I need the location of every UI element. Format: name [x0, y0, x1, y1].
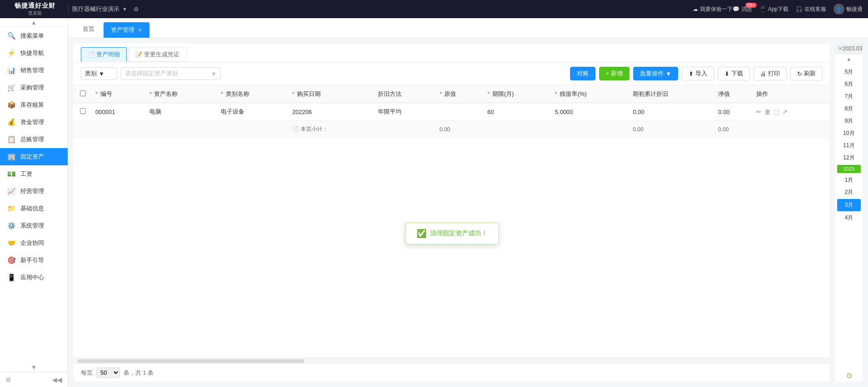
page-size-select[interactable]: 50 100 200 [96, 367, 120, 378]
subtotal-text: 本页小计： [301, 126, 328, 132]
calendar-month-5[interactable]: 5月 [835, 66, 863, 78]
sidebar-item-enterprise[interactable]: 🤝 企业协同 [0, 234, 68, 252]
th-initial-depreciation-label: 期初累计折旧 [633, 90, 668, 97]
user-profile[interactable]: 👤 畅捷通 [833, 4, 863, 15]
calendar-month-7[interactable]: 7月 [835, 90, 863, 103]
success-toast: ✅ 清理固定资产成功！ [405, 223, 499, 244]
calendar-month-4[interactable]: 4月 [835, 212, 863, 224]
td-subtotal-empty7 [551, 121, 630, 138]
td-subtotal-net-value: 0.00 [714, 121, 753, 138]
th-code-label: 编号 [100, 90, 112, 97]
tab-home[interactable]: 首页 [75, 21, 102, 38]
system-icon: ⚙️ [7, 222, 16, 230]
asset-detail-icon: 📄 [88, 51, 94, 58]
panel-scroll-top[interactable]: ▲ [835, 54, 863, 64]
tab-asset-mgmt[interactable]: 资产管理 ✕ [104, 22, 149, 38]
sidebar-scroll-up[interactable]: ▲ [0, 18, 68, 27]
sidebar-item-sales[interactable]: 📊 销售管理 [0, 62, 68, 79]
sidebar-item-quick-nav[interactable]: ⚡ 快捷导航 [0, 45, 68, 62]
calendar-month-3-current[interactable]: 3月 [837, 199, 861, 211]
sidebar-item-label: 快捷导航 [20, 49, 44, 57]
scrollbar-thumb[interactable] [77, 359, 304, 363]
th-residual-rate: * 残值率(%) [551, 85, 630, 103]
sidebar-item-salary[interactable]: 💵 工资 [0, 165, 68, 183]
td-initial-depreciation: 0.00 [629, 103, 714, 121]
sidebar-settings-icon[interactable]: ⚙ [5, 376, 11, 383]
refresh-button[interactable]: ↻ 刷新 [790, 67, 823, 80]
delete-icon[interactable]: 🗑 [764, 108, 771, 115]
edit-icon[interactable]: ✏ [756, 108, 762, 115]
calendar-month-12[interactable]: 12月 [835, 152, 863, 164]
sidebar-item-system[interactable]: ⚙️ 系统管理 [0, 217, 68, 234]
right-panel-close-icon[interactable]: ✕ [838, 45, 843, 52]
th-category: * 类别名称 [217, 85, 288, 103]
sidebar-item-finance[interactable]: 💰 资金管理 [0, 114, 68, 131]
company-settings-icon[interactable]: ⚙ [134, 6, 139, 13]
total-text: 条，共 1 条 [124, 369, 154, 377]
th-purchase-date: * 购买日期 [288, 85, 374, 103]
sidebar-collapse-icon[interactable]: ◀◀ [52, 376, 62, 383]
filter-category[interactable]: 类别 ▼ [81, 67, 117, 80]
sidebar-item-purchase[interactable]: 🛒 采购管理 [0, 79, 68, 96]
toolbar: 类别 ▼ 请选择固定资产类别 ▼ 对账 + 新增 [74, 62, 830, 85]
logo-sub-text: 普及版 [28, 10, 42, 16]
sidebar-item-label: 采购管理 [20, 84, 44, 92]
experience-button[interactable]: ☁ 我要体验一下 [693, 5, 733, 13]
download-button[interactable]: ⬇ 下载 [718, 67, 750, 80]
td-net-value: 0.00 [714, 103, 753, 121]
filter-category-label: 类别 [85, 69, 97, 78]
sidebar-item-ledger[interactable]: 📋 总账管理 [0, 131, 68, 148]
sidebar-item-operations[interactable]: 📈 经营管理 [0, 183, 68, 200]
sub-tab-change-voucher[interactable]: 📝 变更生成凭证 [129, 47, 186, 62]
filter-category-value[interactable]: 请选择固定资产类别 ▼ [121, 67, 221, 80]
app-download-button[interactable]: 📱 App下载 [759, 5, 789, 13]
calendar-month-11[interactable]: 11月 [835, 139, 863, 152]
right-panel: ✕ 2023.03 ⤢ ▲ 5月 6月 7月 8月 9月 10月 11月 12月… [835, 44, 863, 382]
download-label: 下载 [731, 69, 743, 78]
sidebar-item-newbie[interactable]: 🎯 新手引导 [0, 252, 68, 269]
sub-tab-asset-detail[interactable]: 📄 资产明细 [81, 47, 127, 62]
th-residual-rate-label: 残值率(%) [560, 90, 586, 97]
refresh-icon: ↻ [797, 70, 802, 77]
calendar-month-2[interactable]: 2月 [835, 186, 863, 198]
td-subtotal-empty8 [753, 121, 830, 138]
messages-button[interactable]: 💬 消息 99+ [733, 5, 752, 13]
reconcile-button[interactable]: 对账 [570, 67, 595, 80]
sidebar-item-basic-info[interactable]: 📁 基础信息 [0, 200, 68, 217]
select-all-checkbox[interactable] [80, 90, 86, 96]
online-service-button[interactable]: 🎧 在线客服 [796, 5, 826, 13]
calendar-month-1[interactable]: 1月 [835, 174, 863, 186]
print-button[interactable]: 🖨 打印 [754, 67, 787, 80]
right-panel-expand-icon[interactable]: ⤢ [862, 45, 863, 52]
print-icon: 🖨 [760, 70, 766, 77]
calendar-month-6[interactable]: 6月 [835, 78, 863, 90]
calendar-month-9[interactable]: 9月 [835, 115, 863, 127]
row-checkbox[interactable] [80, 108, 86, 114]
horizontal-scrollbar[interactable] [74, 358, 830, 363]
message-badge: 99+ [745, 3, 757, 8]
sidebar-item-app-center[interactable]: 📱 应用中心 [0, 269, 68, 286]
tab-close-icon[interactable]: ✕ [138, 27, 142, 33]
topbar: 畅捷通好业财 普及版 医疗器械行业演示 ▼ ⚙ ☁ 我要体验一下 💬 消息 99… [0, 0, 868, 18]
search-icon: 🔍 [7, 32, 16, 40]
company-selector[interactable]: 医疗器械行业演示 ▼ ⚙ [72, 5, 685, 13]
panel-scroll-down-icon[interactable]: ⊙ [835, 369, 863, 382]
batch-ops-button[interactable]: 批量操作 ▼ [633, 67, 678, 80]
calendar-month-10[interactable]: 10月 [835, 127, 863, 139]
basic-info-icon: 📁 [7, 204, 16, 213]
copy-icon[interactable]: ⬚ [774, 108, 779, 115]
more-icon[interactable]: ↗ [782, 108, 788, 115]
sidebar-item-search[interactable]: 🔍 搜索菜单 [0, 27, 68, 45]
sidebar-item-inventory[interactable]: 📦 库存核算 [0, 96, 68, 114]
fixed-assets-icon: 🏢 [7, 153, 16, 161]
subtotal-row: 📄 本页小计： 0.00 0.00 0.00 [74, 121, 830, 138]
sidebar-item-fixed-assets[interactable]: 🏢 固定资产 [0, 148, 68, 165]
new-button[interactable]: + 新增 [599, 67, 630, 80]
import-button[interactable]: ⬆ 导入 [682, 67, 714, 80]
asset-table: * 编号 * 资产名称 * 类别名称 [74, 85, 830, 138]
sidebar-scroll-down[interactable]: ▼ [0, 363, 68, 372]
sidebar-item-label: 库存核算 [20, 101, 44, 109]
calendar-month-8[interactable]: 8月 [835, 103, 863, 115]
sub-tab-asset-detail-label: 资产明细 [96, 50, 120, 59]
sidebar-item-label: 系统管理 [20, 222, 44, 230]
